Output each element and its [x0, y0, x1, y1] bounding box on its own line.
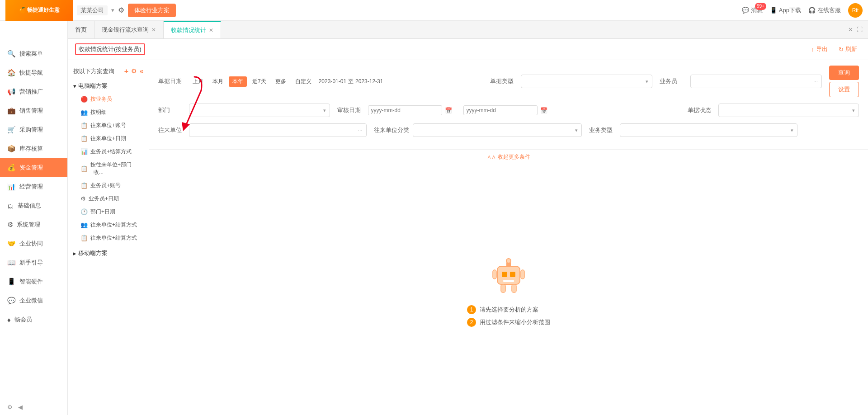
- bank-flow-close-icon[interactable]: ✕: [151, 27, 156, 33]
- scheme-groups: ▾电脑端方案🔴按业务员👥按明细📋往来单位+账号📋往来单位+日期📊业务员+结算方式…: [68, 79, 149, 260]
- tab-close-all-icon[interactable]: ✕: [848, 26, 853, 33]
- sidebar-collapse-icon[interactable]: ◀︎: [18, 404, 23, 410]
- empty-robot-icon: [486, 253, 531, 298]
- partner-category-field: 往来单位分类 ▾: [374, 123, 582, 137]
- sidebar-item-快捷导航[interactable]: 🏠快捷导航: [0, 63, 67, 82]
- partner-category-input[interactable]: ▾: [413, 123, 582, 137]
- voucher-status-field: 单据状态 ▾: [688, 104, 859, 117]
- refresh-btn[interactable]: ↻ 刷新: [835, 43, 861, 55]
- scheme-item[interactable]: ⚙业务员+日期: [68, 192, 149, 205]
- tab-bank-flow[interactable]: 现金银行流水查询 ✕: [94, 21, 164, 38]
- query-area: 单据日期 上月本月本年近7天更多自定义 2023-01-01 至 2023-12…: [149, 60, 868, 415]
- home-tab-label: 首页: [75, 26, 87, 34]
- partner-input[interactable]: ···: [189, 123, 367, 137]
- sidebar-item-销售管理[interactable]: 💼销售管理: [0, 101, 67, 120]
- sidebar-item-label: 销售管理: [19, 107, 43, 115]
- online-service-btn[interactable]: 🎧 在线客服: [808, 6, 841, 14]
- scheme-item[interactable]: 📋往来单位+结算方式: [68, 231, 149, 245]
- review-date-cal-icon-1[interactable]: 📅: [445, 107, 452, 114]
- query-button[interactable]: 查询: [829, 66, 859, 80]
- salesman-input[interactable]: ···: [690, 75, 822, 88]
- sidebar-item-采购管理[interactable]: 🛒采购管理: [0, 120, 67, 139]
- sidebar-item-智能硬件[interactable]: 📱智能硬件: [0, 272, 67, 291]
- refresh-icon: ↻: [839, 46, 844, 53]
- tab-maximize-icon[interactable]: ⛶: [857, 26, 863, 33]
- scheme-panel-icons: + ⚙ «: [124, 67, 143, 75]
- date-tab-自定义[interactable]: 自定义: [292, 76, 315, 87]
- scheme-group-title[interactable]: ▸移动端方案: [68, 246, 149, 260]
- voucher-type-label: 单据类型: [490, 77, 517, 85]
- scheme-group-title[interactable]: ▾电脑端方案: [68, 79, 149, 93]
- dept-input[interactable]: ▾: [189, 104, 330, 117]
- scheme-item-label: 业务员+账号: [90, 182, 121, 189]
- voucher-type-chevron-icon: ▾: [646, 79, 648, 85]
- scheme-item[interactable]: 🔴按业务员: [68, 93, 149, 106]
- scheme-item[interactable]: 📋业务员+账号: [68, 179, 149, 192]
- scheme-item-icon: ⚙: [80, 195, 86, 202]
- date-tab-近7天[interactable]: 近7天: [249, 76, 270, 87]
- voucher-type-input[interactable]: ▾: [521, 75, 652, 88]
- svg-rect-6: [493, 270, 496, 279]
- scheme-add-icon[interactable]: +: [124, 67, 128, 75]
- sidebar-item-基础信息[interactable]: 🗂基础信息: [0, 196, 67, 215]
- sidebar-item-资金管理[interactable]: 💰资金管理: [0, 158, 67, 177]
- review-date-end-input[interactable]: [463, 105, 538, 115]
- scheme-item-icon: 👥: [80, 222, 88, 228]
- voucher-status-input[interactable]: ▾: [718, 104, 859, 117]
- export-btn[interactable]: ↑ 导出: [808, 43, 832, 55]
- date-tab-本月[interactable]: 本月: [209, 76, 227, 87]
- scheme-panel-header: 按以下方案查询 + ⚙ «: [68, 64, 149, 79]
- hint-num-2: 2: [467, 318, 476, 327]
- sidebar-icon: 🤝: [7, 240, 16, 248]
- empty-hints: 1 请先选择要分析的方案 2 用过滤条件来缩小分析范围: [467, 305, 550, 327]
- svg-rect-1: [502, 272, 507, 277]
- scheme-item[interactable]: 📋往来单位+日期: [68, 132, 149, 145]
- scheme-collapse-icon[interactable]: «: [140, 67, 143, 75]
- trial-btn[interactable]: 体验行业方案: [128, 4, 176, 17]
- scheme-item[interactable]: 👥按明细: [68, 106, 149, 119]
- sidebar-item-搜索菜单[interactable]: 🔍搜索菜单: [0, 44, 67, 63]
- date-tab-上月[interactable]: 上月: [189, 76, 207, 87]
- biz-type-input[interactable]: ▾: [620, 123, 797, 137]
- settings-icon[interactable]: ⚙: [118, 6, 124, 14]
- sidebar-item-label: 基础信息: [18, 202, 41, 210]
- scheme-item[interactable]: 👥往来单位+结算方式: [68, 218, 149, 231]
- review-date-start-input[interactable]: [368, 105, 442, 115]
- sidebar-item-企业协同[interactable]: 🤝企业协同: [0, 234, 67, 253]
- collapse-bar[interactable]: ∧∧ 收起更多条件: [149, 149, 868, 165]
- scheme-item[interactable]: 📊业务员+结算方式: [68, 145, 149, 158]
- scheme-item[interactable]: 📋按往来单位+部门+收...: [68, 158, 149, 179]
- tab-collection[interactable]: 收款情况统计 ✕: [164, 21, 221, 38]
- messages-btn[interactable]: 💬 消息 99+: [742, 6, 763, 14]
- scheme-item[interactable]: 📋往来单位+账号: [68, 119, 149, 132]
- avatar[interactable]: Rit: [848, 3, 863, 18]
- company-dropdown-icon[interactable]: ▾: [111, 7, 114, 14]
- sidebar-item-新手引导[interactable]: 📖新手引导: [0, 253, 67, 272]
- review-date-cal-icon-2[interactable]: 📅: [540, 107, 547, 114]
- sidebar-icon: 📢: [7, 88, 16, 96]
- date-separator: 至: [348, 78, 354, 85]
- tab-bar: 首页 现金银行流水查询 ✕ 收款情况统计 ✕ ✕ ⛶: [68, 21, 868, 39]
- messages-badge: 99+: [755, 3, 766, 10]
- collapse-label: 收起更多条件: [498, 154, 530, 160]
- sidebar-item-企业微信[interactable]: 💬企业微信: [0, 291, 67, 310]
- sidebar-item-库存核算[interactable]: 📦库存核算: [0, 139, 67, 158]
- sidebar-settings-icon[interactable]: ⚙: [7, 404, 13, 410]
- sidebar-item-系统管理[interactable]: ⚙系统管理: [0, 215, 67, 234]
- collection-close-icon[interactable]: ✕: [209, 27, 213, 33]
- date-tab-本年[interactable]: 本年: [229, 76, 247, 87]
- set-button[interactable]: 设置: [829, 82, 859, 97]
- form-row-1: 单据日期 上月本月本年近7天更多自定义 2023-01-01 至 2023-12…: [158, 66, 859, 97]
- dept-label: 部门: [158, 106, 185, 114]
- scheme-item[interactable]: 🕐部门+日期: [68, 205, 149, 218]
- hint-text-1: 请先选择要分析的方案: [480, 306, 538, 314]
- sidebar-item-畅会员[interactable]: ♦畅会员: [0, 310, 67, 329]
- scheme-settings-icon[interactable]: ⚙: [131, 67, 137, 75]
- app-download-btn[interactable]: 📱 App下载: [770, 6, 801, 14]
- voucher-status-chevron-icon: ▾: [852, 108, 855, 113]
- sidebar-item-营销推广[interactable]: 📢营销推广: [0, 82, 67, 101]
- sidebar-footer: ⚙ ◀︎: [0, 399, 67, 415]
- date-tab-更多[interactable]: 更多: [272, 76, 290, 87]
- tab-home[interactable]: 首页: [68, 21, 94, 38]
- sidebar-item-经营管理[interactable]: 📊经营管理: [0, 177, 67, 196]
